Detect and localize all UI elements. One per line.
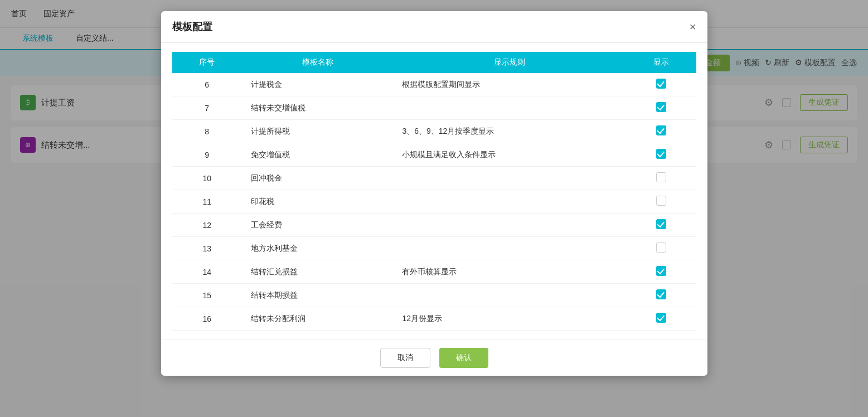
cell-name: 回冲税金: [242, 167, 394, 190]
modal-title: 模板配置: [172, 20, 212, 33]
table-scroll-area[interactable]: 序号 模板名称 显示规则 显示 6计提税金根据模版配置期间显示7结转未交增值税8…: [172, 52, 696, 331]
table-row: 10回冲税金: [172, 167, 696, 190]
col-header-display: 显示: [626, 52, 696, 73]
cell-rule: 根据模版配置期间显示: [393, 73, 626, 96]
cell-name: 结转本期损益: [242, 284, 394, 307]
cancel-button[interactable]: 取消: [380, 348, 430, 368]
modal-footer: 取消 确认: [161, 340, 707, 376]
checkbox-row-11[interactable]: [656, 196, 666, 206]
confirm-button[interactable]: 确认: [439, 348, 488, 368]
cell-rule: [393, 190, 626, 214]
cell-rule: [393, 96, 626, 120]
col-header-rule: 显示规则: [393, 52, 626, 73]
cell-id: 7: [172, 96, 242, 120]
cell-display[interactable]: [626, 120, 696, 143]
cell-display[interactable]: [626, 260, 696, 284]
table-row: 11印花税: [172, 190, 696, 214]
cell-rule: [393, 237, 626, 260]
modal-close-button[interactable]: ×: [690, 21, 696, 32]
modal-overlay: 模板配置 × 序号 模板名称 显示规则 显示 6计提税金根据模版配置期间显示7结…: [0, 0, 868, 417]
cell-name: 结转未分配利润: [242, 307, 394, 331]
table-row: 15结转本期损益: [172, 284, 696, 307]
cell-id: 14: [172, 260, 242, 284]
checkbox-row-13[interactable]: [656, 243, 666, 253]
cell-id: 9: [172, 143, 242, 167]
cell-name: 地方水利基金: [242, 237, 394, 260]
cell-name: 工会经费: [242, 214, 394, 237]
config-table: 序号 模板名称 显示规则 显示 6计提税金根据模版配置期间显示7结转未交增值税8…: [172, 52, 696, 331]
cell-id: 15: [172, 284, 242, 307]
cell-display[interactable]: [626, 143, 696, 167]
cell-id: 10: [172, 167, 242, 190]
checkbox-row-6[interactable]: [656, 79, 666, 89]
cell-name: 计提所得税: [242, 120, 394, 143]
modal-body: 序号 模板名称 显示规则 显示 6计提税金根据模版配置期间显示7结转未交增值税8…: [161, 43, 707, 340]
cell-name: 结转汇兑损益: [242, 260, 394, 284]
cell-display[interactable]: [626, 73, 696, 96]
table-row: 13地方水利基金: [172, 237, 696, 260]
modal-header: 模板配置 ×: [161, 11, 707, 43]
cell-id: 6: [172, 73, 242, 96]
table-row: 7结转未交增值税: [172, 96, 696, 120]
cell-name: 印花税: [242, 190, 394, 214]
checkbox-row-8[interactable]: [656, 125, 666, 135]
cell-id: 13: [172, 237, 242, 260]
table-header: 序号 模板名称 显示规则 显示: [172, 52, 696, 73]
cell-rule: 3、6、9、12月按季度显示: [393, 120, 626, 143]
cell-rule: 小规模且满足收入条件显示: [393, 143, 626, 167]
cell-id: 12: [172, 214, 242, 237]
cell-display[interactable]: [626, 237, 696, 260]
cell-display[interactable]: [626, 96, 696, 120]
table-row: 12工会经费: [172, 214, 696, 237]
table-body: 6计提税金根据模版配置期间显示7结转未交增值税8计提所得税3、6、9、12月按季…: [172, 73, 696, 331]
table-row: 8计提所得税3、6、9、12月按季度显示: [172, 120, 696, 143]
checkbox-row-7[interactable]: [656, 102, 666, 112]
checkbox-row-14[interactable]: [656, 266, 666, 276]
checkbox-row-15[interactable]: [656, 289, 666, 299]
cell-id: 8: [172, 120, 242, 143]
modal-template-config: 模板配置 × 序号 模板名称 显示规则 显示 6计提税金根据模版配置期间显示7结…: [161, 11, 707, 376]
checkbox-row-9[interactable]: [656, 149, 666, 159]
cell-display[interactable]: [626, 190, 696, 214]
cell-id: 11: [172, 190, 242, 214]
cell-display[interactable]: [626, 167, 696, 190]
table-row: 9免交增值税小规模且满足收入条件显示: [172, 143, 696, 167]
checkbox-row-12[interactable]: [656, 219, 666, 229]
checkbox-row-16[interactable]: [656, 313, 666, 323]
cell-name: 计提税金: [242, 73, 394, 96]
col-header-name: 模板名称: [242, 52, 394, 73]
cell-rule: [393, 214, 626, 237]
cell-rule: [393, 284, 626, 307]
cell-display[interactable]: [626, 214, 696, 237]
col-header-id: 序号: [172, 52, 242, 73]
cell-rule: [393, 167, 626, 190]
cell-id: 16: [172, 307, 242, 331]
table-row: 6计提税金根据模版配置期间显示: [172, 73, 696, 96]
cell-name: 结转未交增值税: [242, 96, 394, 120]
cell-name: 免交增值税: [242, 143, 394, 167]
table-row: 14结转汇兑损益有外币核算显示: [172, 260, 696, 284]
cell-rule: 12月份显示: [393, 307, 626, 331]
cell-rule: 有外币核算显示: [393, 260, 626, 284]
checkbox-row-10[interactable]: [656, 172, 666, 182]
table-row: 16结转未分配利润12月份显示: [172, 307, 696, 331]
cell-display[interactable]: [626, 284, 696, 307]
cell-display[interactable]: [626, 307, 696, 331]
